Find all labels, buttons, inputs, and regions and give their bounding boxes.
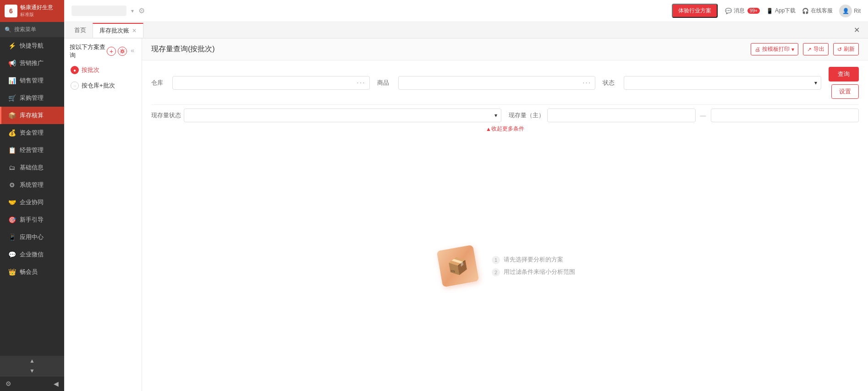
collapse-sidebar-icon[interactable]: ◀ — [54, 380, 59, 387]
status-arrow-icon: ▾ — [814, 80, 817, 86]
messages-badge: 99+ — [747, 8, 760, 14]
print-label: 按模板打印 — [762, 45, 790, 53]
inventory-status-arrow-icon: ▾ — [494, 112, 497, 119]
sidebar-item-label: 采购管理 — [20, 94, 44, 102]
inventory-status-select[interactable]: ▾ — [184, 109, 501, 122]
appstore-icon: 📱 — [8, 234, 16, 241]
tab-close-icon[interactable]: ✕ — [132, 27, 137, 34]
sidebar-item-wechat[interactable]: 💬 企业微信 — [0, 246, 64, 263]
sidebar-item-newbie[interactable]: 🎯 新手引导 — [0, 211, 64, 228]
sidebar-item-system[interactable]: ⚙ 系统管理 — [0, 176, 64, 194]
online-support-btn[interactable]: 🎧 在线客服 — [802, 7, 833, 15]
phone-icon: 📱 — [766, 8, 773, 14]
tab-home[interactable]: 首页 — [68, 23, 93, 37]
query-btn[interactable]: 查询 — [829, 67, 859, 81]
app-logo: 6 — [5, 5, 17, 17]
filter-inventory-qty: 现存量（主） — — [509, 109, 859, 122]
sidebar-item-label: 企业协同 — [20, 198, 44, 206]
add-plan-btn[interactable]: + — [107, 47, 116, 56]
sidebar-item-marketing[interactable]: 📢 营销推广 — [0, 54, 64, 72]
search-icon: 🔍 — [5, 27, 11, 33]
sidebar-scroll-up[interactable]: ▲ — [0, 356, 64, 366]
enterprise-icon: 🤝 — [8, 199, 16, 206]
product-input[interactable]: ··· — [398, 76, 596, 90]
plan-item-warehouse-batch[interactable]: ○ 按仓库+批次 — [64, 78, 142, 93]
topbar-settings-icon[interactable]: ⚙ — [138, 6, 145, 15]
sidebar-item-label: 资金管理 — [20, 129, 44, 137]
left-panel: 按以下方案查询 + « ● 按批次 ○ 按仓库+批次 — [64, 38, 142, 391]
sidebar-item-shortcut[interactable]: ⚡ 快捷导航 — [0, 37, 64, 54]
refresh-label: 刷新 — [844, 45, 855, 53]
user-profile-btn[interactable]: 👤 Rit — [839, 5, 861, 17]
marketing-icon: 📢 — [8, 60, 16, 67]
plan-item-batch[interactable]: ● 按批次 — [64, 62, 142, 78]
status-label: 状态 — [603, 79, 621, 87]
sidebar-item-appstore[interactable]: 📱 应用中心 — [0, 228, 64, 246]
sidebar-item-finance[interactable]: 💰 资金管理 — [0, 124, 64, 141]
sidebar-item-basic[interactable]: 🗂 基础信息 — [0, 159, 64, 176]
inventory-qty-from[interactable] — [547, 109, 696, 122]
collapse-panel-btn[interactable]: « — [129, 47, 136, 56]
collapse-filters-btn[interactable]: ▲ 收起更多条件 — [151, 122, 859, 137]
sidebar-scroll-down[interactable]: ▼ — [0, 366, 64, 376]
app-edition: 标准版 — [20, 11, 53, 18]
message-icon: 💬 — [725, 8, 732, 14]
settings-icon[interactable]: ⚙ — [5, 380, 11, 387]
sidebar-item-label: 库存核算 — [20, 111, 44, 119]
export-label: 导出 — [813, 45, 824, 53]
vip-icon: 👑 — [8, 268, 16, 276]
trial-btn[interactable]: 体验行业方案 — [672, 4, 718, 18]
avatar-icon: 👤 — [842, 8, 849, 14]
sidebar-nav: ⚡ 快捷导航 📢 营销推广 📊 销售管理 🛒 采购管理 📦 库存核算 💰 资金管… — [0, 37, 64, 356]
filter-divider — [151, 104, 859, 105]
export-icon: ↗ — [807, 46, 812, 53]
sidebar-item-operations[interactable]: 📋 经营管理 — [0, 141, 64, 159]
plan-label: 按仓库+批次 — [82, 81, 115, 90]
finance-icon: 💰 — [8, 129, 16, 136]
sidebar-item-sales[interactable]: 📊 销售管理 — [0, 72, 64, 89]
product-label: 商品 — [377, 79, 396, 87]
headset-icon: 🎧 — [802, 8, 809, 14]
sidebar-item-label: 系统管理 — [20, 181, 44, 189]
app-download-label: App下载 — [775, 7, 796, 15]
product-dots-icon[interactable]: ··· — [582, 79, 591, 87]
topbar: ▾ ⚙ 体验行业方案 💬 消息 99+ 📱 App下载 🎧 在线客服 — [64, 0, 868, 22]
export-btn[interactable]: ↗ 导出 — [803, 43, 829, 55]
status-select[interactable]: ▾ — [624, 76, 821, 90]
inventory-qty-to[interactable] — [711, 109, 859, 122]
close-panel-btn[interactable]: ✕ — [851, 26, 863, 34]
filter-product: 商品 ··· — [377, 76, 596, 90]
shortcut-icon: ⚡ — [8, 42, 16, 49]
tab-batch-account[interactable]: 库存批次账 ✕ — [93, 23, 143, 38]
app-download-btn[interactable]: 📱 App下载 — [766, 7, 796, 15]
sidebar: 6 畅康通好生意 标准版 🔍 搜索菜单 ⚡ 快捷导航 📢 营销推广 📊 销售管理… — [0, 0, 64, 391]
print-btn[interactable]: 🖨 按模板打印 ▾ — [751, 43, 798, 55]
right-panel: 现存量查询(按批次) 🖨 按模板打印 ▾ ↗ 导出 ↺ 刷新 — [142, 38, 868, 391]
filter-inventory-status: 现存量状态 ▾ — [151, 109, 501, 122]
warehouse-input[interactable]: ··· — [172, 76, 370, 90]
operations-icon: 📋 — [8, 147, 16, 154]
empty-step1-label: 请先选择要分析的方案 — [504, 255, 563, 264]
sidebar-item-enterprise[interactable]: 🤝 企业协同 — [0, 194, 64, 211]
empty-text: 1 请先选择要分析的方案 2 用过滤条件来缩小分析范围 — [492, 255, 575, 277]
warehouse-dots-icon[interactable]: ··· — [357, 79, 365, 87]
tab-batch-account-label: 库存批次账 — [99, 27, 129, 35]
filter-row-2: 现存量状态 ▾ 现存量（主） — — [151, 109, 859, 122]
refresh-btn[interactable]: ↺ 刷新 — [833, 43, 859, 55]
messages-btn[interactable]: 💬 消息 99+ — [725, 7, 760, 15]
sidebar-item-vip[interactable]: 👑 畅会员 — [0, 263, 64, 281]
sidebar-item-label: 销售管理 — [20, 76, 44, 85]
sidebar-item-label: 新手引导 — [20, 216, 44, 224]
messages-label: 消息 — [734, 7, 745, 15]
filter-settings-btn[interactable]: 设置 — [831, 84, 859, 99]
search-label: 搜索菜单 — [14, 26, 36, 33]
sidebar-item-inventory[interactable]: 📦 库存核算 — [0, 107, 64, 124]
collapse-chevron-icon: ▲ — [486, 126, 491, 132]
print-chevron-icon[interactable]: ▾ — [791, 46, 794, 53]
plan-settings-btn[interactable] — [118, 47, 127, 56]
user-avatar: 👤 — [839, 5, 852, 17]
sidebar-item-purchase[interactable]: 🛒 采购管理 — [0, 89, 64, 107]
sidebar-search[interactable]: 🔍 搜索菜单 — [0, 22, 64, 37]
topbar-chevron-icon[interactable]: ▾ — [131, 8, 134, 14]
page-header: 现存量查询(按批次) 🖨 按模板打印 ▾ ↗ 导出 ↺ 刷新 — [142, 38, 868, 60]
